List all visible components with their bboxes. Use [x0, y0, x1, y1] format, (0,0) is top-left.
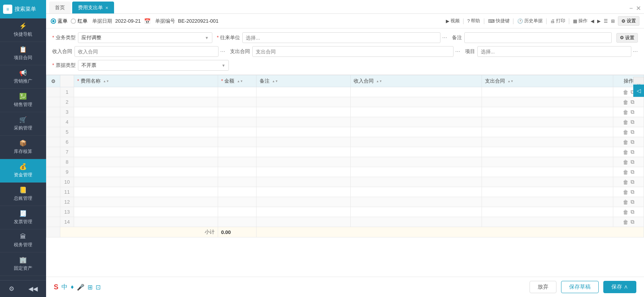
- row-delete-icon[interactable]: 🗑: [623, 139, 628, 145]
- row-amount[interactable]: [218, 107, 256, 117]
- row-amount[interactable]: [218, 127, 256, 137]
- row-remark[interactable]: [256, 197, 350, 207]
- attachment-btn[interactable]: 附件: [633, 77, 644, 84]
- row-expense-contract[interactable]: [482, 197, 613, 207]
- income-contract-input[interactable]: [74, 46, 219, 57]
- row-expense-name[interactable]: [74, 117, 218, 127]
- row-amount[interactable]: [218, 137, 256, 147]
- row-remark[interactable]: [256, 97, 350, 107]
- discard-button[interactable]: 放弃: [530, 281, 556, 293]
- row-expense-name[interactable]: [74, 187, 218, 197]
- row-remark[interactable]: [256, 117, 350, 127]
- row-income-contract[interactable]: [350, 117, 482, 127]
- remark-input[interactable]: [464, 32, 612, 43]
- row-expense-contract[interactable]: [482, 157, 613, 167]
- row-amount[interactable]: [218, 117, 256, 127]
- row-copy-icon[interactable]: ⧉: [631, 169, 634, 175]
- row-delete-icon[interactable]: 🗑: [623, 109, 628, 115]
- window-minimize-btn[interactable]: −: [629, 5, 633, 12]
- toolbar-history-btn[interactable]: 🕐 历史单据: [517, 18, 543, 24]
- row-remark[interactable]: [256, 217, 350, 227]
- counterpart-more-btn[interactable]: ···: [442, 34, 447, 41]
- project-more[interactable]: ···: [633, 48, 638, 55]
- row-amount[interactable]: [218, 87, 256, 97]
- sidebar-item-fund-mgmt[interactable]: 💰资金管理: [0, 159, 46, 183]
- toolbar-view-list[interactable]: ☰: [604, 18, 608, 24]
- row-delete-icon[interactable]: 🗑: [623, 119, 628, 125]
- row-income-contract[interactable]: [350, 97, 482, 107]
- row-expense-contract[interactable]: [482, 217, 613, 227]
- row-amount[interactable]: [218, 217, 256, 227]
- sidebar-volume-icon[interactable]: ◀◀: [27, 284, 39, 294]
- row-income-contract[interactable]: [350, 127, 482, 137]
- row-remark[interactable]: [256, 157, 350, 167]
- row-amount[interactable]: [218, 167, 256, 177]
- toolbar-help-btn[interactable]: ? 帮助: [467, 18, 480, 24]
- invoice-type-select[interactable]: 不开票 ▼: [78, 60, 229, 71]
- sidebar-header[interactable]: ≡ 搜索菜单: [0, 0, 46, 18]
- row-expense-contract[interactable]: [482, 107, 613, 117]
- row-remark[interactable]: [256, 167, 350, 177]
- calendar-icon[interactable]: 📅: [144, 18, 151, 24]
- row-expense-contract[interactable]: [482, 167, 613, 177]
- green-float-btn[interactable]: ◁: [633, 85, 644, 97]
- sidebar-item-tax-mgmt[interactable]: 🏛税务管理: [0, 229, 46, 252]
- row-remark[interactable]: [256, 177, 350, 187]
- sidebar-settings-icon[interactable]: ⚙: [7, 284, 16, 294]
- settings-button[interactable]: ⚙ 设置: [618, 16, 639, 26]
- row-copy-icon[interactable]: ⧉: [631, 189, 634, 195]
- row-delete-icon[interactable]: 🗑: [623, 89, 628, 95]
- row-expense-name[interactable]: [74, 97, 218, 107]
- row-copy-icon[interactable]: ⧉: [631, 99, 634, 105]
- row-copy-icon[interactable]: ⧉: [631, 179, 634, 185]
- expense-contract-more[interactable]: ···: [455, 48, 460, 55]
- sidebar-item-quick-nav[interactable]: ⚡快捷导航: [0, 18, 46, 42]
- row-delete-icon[interactable]: 🗑: [623, 219, 628, 225]
- row-remark[interactable]: [256, 187, 350, 197]
- row-income-contract[interactable]: [350, 187, 482, 197]
- row-income-contract[interactable]: [350, 177, 482, 187]
- expense-contract-sort[interactable]: ▲▼: [507, 80, 513, 83]
- row-amount[interactable]: [218, 97, 256, 107]
- income-contract-more[interactable]: ···: [220, 48, 225, 55]
- row-copy-icon[interactable]: ⧉: [631, 119, 634, 125]
- toolbar-print-btn[interactable]: 🖨 打印: [550, 18, 565, 24]
- toolbar-ops-btn[interactable]: ▦ 操作: [573, 18, 588, 24]
- save-button[interactable]: 保存 ∧: [603, 281, 636, 293]
- sidebar-item-payroll[interactable]: 💼工资: [0, 276, 46, 280]
- row-amount[interactable]: [218, 157, 256, 167]
- row-delete-icon[interactable]: 🗑: [623, 159, 628, 165]
- row-remark[interactable]: [256, 87, 350, 97]
- expense-contract-input[interactable]: [252, 46, 454, 57]
- row-expense-contract[interactable]: [482, 177, 613, 187]
- radio-red[interactable]: 红单: [71, 18, 88, 25]
- row-income-contract[interactable]: [350, 137, 482, 147]
- sidebar-item-marketing[interactable]: 📢营销推广: [0, 65, 46, 89]
- tab-expense[interactable]: 费用支出单 ✕: [72, 2, 114, 13]
- row-remark[interactable]: [256, 207, 350, 217]
- row-expense-contract[interactable]: [482, 117, 613, 127]
- row-income-contract[interactable]: [350, 87, 482, 97]
- row-amount[interactable]: [218, 207, 256, 217]
- row-copy-icon[interactable]: ⧉: [631, 109, 634, 115]
- row-delete-icon[interactable]: 🗑: [623, 179, 628, 185]
- row-expense-name[interactable]: [74, 207, 218, 217]
- row-copy-icon[interactable]: ⧉: [631, 129, 634, 135]
- brand-icon-mic[interactable]: 🎤: [77, 284, 84, 291]
- row-expense-contract[interactable]: [482, 187, 613, 197]
- row-income-contract[interactable]: [350, 147, 482, 157]
- row-expense-name[interactable]: [74, 147, 218, 157]
- sidebar-item-accounting[interactable]: 📒总账管理: [0, 183, 46, 206]
- brand-icon-grid2[interactable]: ⊡: [96, 284, 101, 291]
- row-expense-name[interactable]: [74, 137, 218, 147]
- col-settings[interactable]: ⚙: [46, 75, 60, 87]
- save-draft-button[interactable]: 保存草稿: [561, 281, 599, 293]
- row-expense-contract[interactable]: [482, 127, 613, 137]
- row-delete-icon[interactable]: 🗑: [623, 189, 628, 195]
- row-expense-contract[interactable]: [482, 87, 613, 97]
- row-remark[interactable]: [256, 137, 350, 147]
- row-income-contract[interactable]: [350, 197, 482, 207]
- row-expense-name[interactable]: [74, 197, 218, 207]
- row-amount[interactable]: [218, 187, 256, 197]
- date-value[interactable]: 2022-09-21: [115, 18, 141, 24]
